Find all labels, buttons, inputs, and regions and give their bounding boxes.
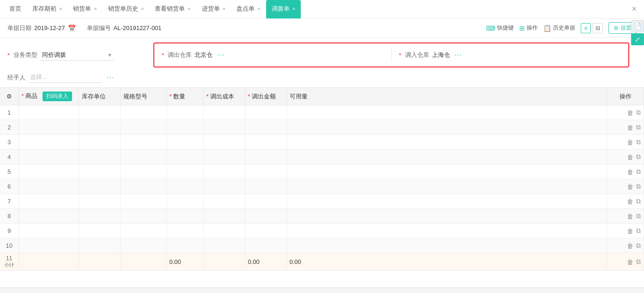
- row-cost[interactable]: [203, 120, 245, 135]
- row-spec[interactable]: [120, 224, 166, 238]
- row-spec[interactable]: [120, 194, 166, 209]
- row-spec[interactable]: [120, 165, 166, 179]
- row-goods[interactable]: [18, 165, 79, 179]
- tab-sales-history[interactable]: 销货单历史 ×: [103, 0, 149, 18]
- row-goods[interactable]: [18, 120, 79, 135]
- delete-icon[interactable]: 🗑: [627, 242, 633, 250]
- row-amount[interactable]: [245, 105, 286, 120]
- row-spec[interactable]: [120, 105, 166, 120]
- tab-close-transfer[interactable]: ×: [292, 6, 295, 12]
- tab-close-purchase[interactable]: ×: [223, 6, 225, 12]
- tab-purchase[interactable]: 进货单 ×: [196, 0, 231, 18]
- layout-list-icon[interactable]: ≡: [581, 23, 591, 33]
- biz-type-select[interactable]: 同价调拨 ▼: [40, 50, 114, 61]
- row-qty[interactable]: [166, 150, 203, 165]
- layout-grid-icon[interactable]: ⊟: [593, 23, 603, 33]
- row-unit[interactable]: [79, 209, 120, 224]
- tab-close-view-sales[interactable]: ×: [188, 6, 190, 12]
- tab-home[interactable]: 首页: [4, 0, 27, 18]
- delete-icon[interactable]: 🗑: [627, 153, 633, 161]
- row-spec[interactable]: [120, 120, 166, 135]
- row-unit[interactable]: [79, 238, 120, 253]
- row-cost[interactable]: [203, 194, 245, 209]
- sidebar-expand-button[interactable]: ⤢: [631, 33, 644, 45]
- row-cost[interactable]: [203, 165, 245, 179]
- delete-icon[interactable]: 🗑: [627, 124, 633, 131]
- handler-select[interactable]: 选择...: [28, 72, 102, 83]
- date-value[interactable]: 2019-12-27: [34, 24, 65, 31]
- row-spec[interactable]: [120, 150, 166, 165]
- tab-close-sales-history[interactable]: ×: [141, 6, 144, 12]
- row-amount[interactable]: [245, 224, 286, 238]
- row-goods[interactable]: [18, 238, 79, 253]
- row-amount[interactable]: [245, 165, 286, 179]
- tab-view-sales[interactable]: 查看销货单 ×: [149, 0, 196, 18]
- copy-icon[interactable]: ⧉: [636, 138, 641, 146]
- copy-icon[interactable]: ⧉: [636, 242, 641, 250]
- tab-stocktake[interactable]: 盘点单 ×: [231, 0, 266, 18]
- row-spec[interactable]: [120, 238, 166, 253]
- row-goods[interactable]: [18, 209, 79, 224]
- delete-icon[interactable]: 🗑: [627, 168, 633, 176]
- row-unit[interactable]: [79, 150, 120, 165]
- row-unit[interactable]: [79, 105, 120, 120]
- row-unit[interactable]: [79, 135, 120, 150]
- row-amount[interactable]: [245, 194, 286, 209]
- copy-icon[interactable]: ⧉: [636, 227, 641, 235]
- delete-icon[interactable]: 🗑: [627, 183, 633, 190]
- scan-button[interactable]: 扫码录入: [43, 92, 72, 101]
- operations-button[interactable]: ⊞ 操作: [519, 24, 538, 32]
- warehouse-in-more-icon[interactable]: ···: [455, 51, 462, 59]
- row-unit[interactable]: [79, 120, 120, 135]
- th-settings[interactable]: ⚙: [0, 88, 18, 105]
- row-spec[interactable]: [120, 135, 166, 150]
- delete-icon[interactable]: 🗑: [627, 227, 633, 235]
- row-amount[interactable]: [245, 120, 286, 135]
- tab-close-inventory-init[interactable]: ×: [59, 6, 62, 12]
- delete-icon[interactable]: 🗑: [627, 198, 633, 205]
- row-cost[interactable]: [203, 105, 245, 120]
- row-cost[interactable]: [203, 209, 245, 224]
- row-cost[interactable]: [203, 224, 245, 238]
- row-amount[interactable]: [245, 150, 286, 165]
- row-amount[interactable]: [245, 179, 286, 194]
- table-settings-icon[interactable]: ⚙: [6, 93, 12, 100]
- row-goods[interactable]: [18, 150, 79, 165]
- handler-more-icon[interactable]: ···: [107, 73, 114, 82]
- row-goods[interactable]: [18, 224, 79, 238]
- delete-icon[interactable]: 🗑: [627, 258, 633, 266]
- tab-inventory-init[interactable]: 库存期初 ×: [27, 0, 67, 18]
- row-cost[interactable]: [203, 238, 245, 253]
- warehouse-in-value[interactable]: 上海仓: [432, 51, 450, 59]
- row-qty[interactable]: [166, 135, 203, 150]
- copy-icon[interactable]: ⧉: [636, 212, 641, 220]
- warehouse-out-more-icon[interactable]: ···: [217, 51, 225, 59]
- row-spec[interactable]: [120, 179, 166, 194]
- row-spec[interactable]: [120, 209, 166, 224]
- row-cost[interactable]: [203, 179, 245, 194]
- row-qty[interactable]: [166, 209, 203, 224]
- row-qty[interactable]: [166, 238, 203, 253]
- row-qty[interactable]: [166, 179, 203, 194]
- row-unit[interactable]: [79, 165, 120, 179]
- row-qty[interactable]: [166, 224, 203, 238]
- row-amount[interactable]: [245, 209, 286, 224]
- delete-icon[interactable]: 🗑: [627, 213, 633, 220]
- tab-close-sales-order[interactable]: ×: [94, 6, 97, 12]
- history-button[interactable]: 📋 历史单据: [543, 24, 575, 32]
- copy-icon[interactable]: ⧉: [636, 153, 641, 161]
- row-qty[interactable]: [166, 194, 203, 209]
- row-unit[interactable]: [79, 224, 120, 238]
- row-amount[interactable]: [245, 135, 286, 150]
- horizontal-scrollbar[interactable]: [0, 287, 644, 293]
- tab-transfer[interactable]: 调拨单 ×: [266, 0, 301, 18]
- delete-icon[interactable]: 🗑: [627, 109, 633, 116]
- row-qty[interactable]: [166, 120, 203, 135]
- row-goods[interactable]: [18, 135, 79, 150]
- tab-close-stocktake[interactable]: ×: [257, 6, 260, 12]
- shortcuts-button[interactable]: ⌨ 快捷键: [486, 24, 514, 32]
- row-goods[interactable]: [18, 179, 79, 194]
- tab-sales-order[interactable]: 销货单 ×: [67, 0, 102, 18]
- window-close-button[interactable]: ×: [628, 4, 640, 14]
- copy-icon[interactable]: ⧉: [636, 197, 641, 205]
